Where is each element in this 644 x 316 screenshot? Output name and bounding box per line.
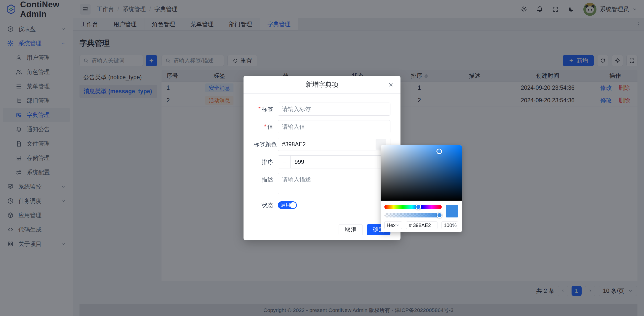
color-field-input[interactable]: #398AE2 xyxy=(278,138,390,151)
value-field-input[interactable]: 请输入值 xyxy=(278,120,390,133)
label-field-label: 标签 xyxy=(254,103,278,116)
status-toggle-label: 启用 xyxy=(281,202,290,208)
chevron-down-icon xyxy=(396,223,400,227)
modal-footer: 取消 确定 xyxy=(244,219,400,240)
hue-slider[interactable] xyxy=(384,205,442,209)
sort-stepper: − 999 + xyxy=(278,155,390,168)
modal-title: 新增字典项 xyxy=(306,80,338,89)
status-toggle[interactable]: 启用 xyxy=(278,201,297,209)
saturation-marker[interactable] xyxy=(436,149,442,154)
color-picker-popover: Hex # 398AE2 100 % xyxy=(381,145,462,232)
alpha-value-input[interactable]: 100 % xyxy=(441,221,458,229)
hue-slider-handle[interactable] xyxy=(416,204,421,210)
modal-header: 新增字典项 xyxy=(244,76,400,94)
hex-value-input[interactable]: # 398AE2 xyxy=(406,221,437,229)
label-field-input[interactable]: 请输入标签 xyxy=(278,103,390,116)
value-field-label: 值 xyxy=(254,120,278,133)
saturation-area[interactable] xyxy=(381,145,462,201)
sort-value[interactable]: 999 xyxy=(291,156,378,168)
color-format-select[interactable]: Hex xyxy=(384,221,402,229)
picker-preview-swatch xyxy=(446,205,458,217)
color-value-text: #398AE2 xyxy=(282,141,306,148)
modal-body: 标签 请输入标签 值 请输入值 标签颜色 #398AE2 排序 − 999 + xyxy=(244,94,400,219)
alpha-slider[interactable] xyxy=(384,213,442,217)
desc-field-textarea[interactable]: 请输入描述 xyxy=(278,173,390,194)
sort-field-label: 排序 xyxy=(254,155,278,168)
stepper-minus-button[interactable]: − xyxy=(278,156,291,168)
close-icon[interactable] xyxy=(388,82,394,88)
color-field-label: 标签颜色 xyxy=(254,138,278,151)
alpha-unit: % xyxy=(452,222,457,228)
add-dict-item-modal: 新增字典项 标签 请输入标签 值 请输入值 标签颜色 #398AE2 排序 − xyxy=(244,76,400,240)
switch-knob xyxy=(290,202,296,208)
alpha-slider-handle[interactable] xyxy=(437,212,442,218)
desc-field-label: 描述 xyxy=(254,173,278,186)
status-field-label: 状态 xyxy=(254,199,278,212)
cancel-button[interactable]: 取消 xyxy=(339,224,363,235)
